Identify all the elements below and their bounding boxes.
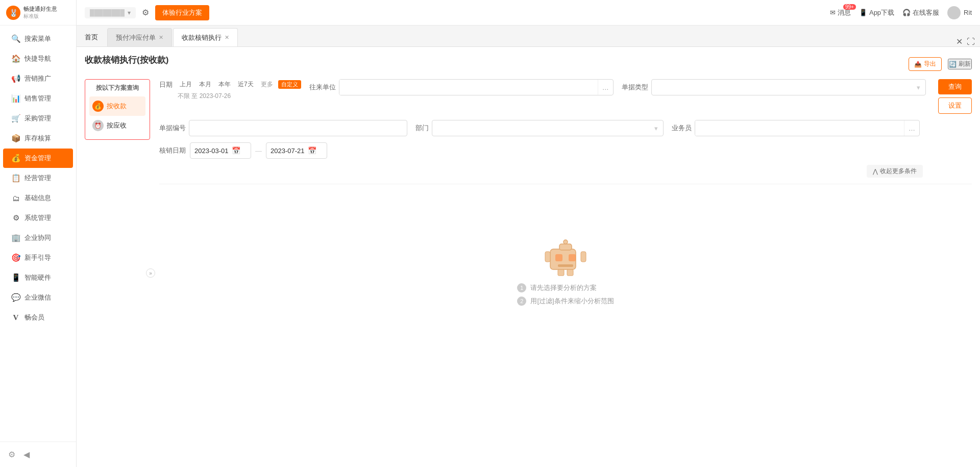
from-unit-input-wrapper: …	[339, 79, 614, 95]
tabs-actions: ✕ ⛶	[956, 37, 980, 46]
svg-rect-5	[581, 252, 586, 262]
date-field-group: 日期 上月 本月 本年 近7天 更多 自定义 不限 至 2023-07-26	[159, 79, 301, 101]
verify-date-start-value: 2023-03-01	[194, 147, 229, 155]
user-profile[interactable]: Rit	[947, 6, 972, 19]
staff-input[interactable]	[695, 120, 904, 136]
marketing-icon: 📢	[11, 74, 20, 83]
logo-edition: 标准版	[23, 13, 57, 20]
tab-prepay[interactable]: 预付冲应付单 ✕	[107, 28, 172, 46]
receipt-no-field: 单据编号	[159, 120, 407, 136]
message-icon: ✉	[830, 9, 836, 16]
svg-rect-7	[567, 269, 573, 276]
receivable-option-label: 按应收	[107, 121, 127, 130]
collapse-sidebar-icon[interactable]: ◀	[23, 450, 30, 459]
sidebar-item-smarthw[interactable]: 📱 智能硬件	[3, 268, 73, 287]
sidebar-label-smarthw: 智能硬件	[24, 273, 51, 282]
receipt-type-select[interactable]: ▾	[651, 79, 926, 95]
inventory-icon: 📦	[11, 134, 20, 143]
sidebar-label-finance: 资金管理	[24, 154, 51, 163]
empty-illustration	[540, 236, 591, 277]
sidebar-item-inventory[interactable]: 📦 库存核算	[3, 129, 73, 148]
sidebar-item-beginner[interactable]: 🎯 新手引导	[3, 248, 73, 267]
settings-bottom-icon[interactable]: ⚙	[8, 450, 15, 459]
message-badge[interactable]: ✉ 消息 99+	[830, 8, 851, 17]
sidebar-item-search-menu[interactable]: 🔍 搜索菜单	[3, 29, 73, 48]
sidebar-item-operations[interactable]: 📋 经营管理	[3, 168, 73, 188]
sidebar-item-sales[interactable]: 📊 销售管理	[3, 89, 73, 108]
query-option-receipt[interactable]: 💰 按收款	[89, 96, 145, 116]
empty-tips: 1 请先选择要分析的方案 2 用[过滤]条件来缩小分析范围	[517, 283, 614, 306]
tab-home-label: 首页	[85, 33, 98, 42]
query-action-buttons: 查询 设置	[938, 79, 972, 114]
sidebar-item-system[interactable]: ⚙ 系统管理	[3, 208, 73, 228]
sidebar-label-beginner: 新手引导	[24, 253, 51, 262]
dropdown-icon[interactable]: ▾	[128, 9, 131, 16]
brand-text: ████████	[90, 9, 125, 16]
date-shortcuts: 上月 本月 本年 近7天 更多 自定义	[178, 79, 301, 90]
tab-receipt-verify[interactable]: 收款核销执行 ✕	[173, 28, 238, 46]
headset-icon: 🎧	[902, 9, 911, 16]
sidebar-label-operations: 经营管理	[24, 174, 51, 183]
sidebar-item-vip[interactable]: V 畅会员	[3, 308, 73, 327]
sidebar-item-enterprise[interactable]: 🏢 企业协同	[3, 228, 73, 248]
page-header-actions: 📤 导出 🔄 刷新	[909, 57, 972, 71]
collapse-row: ⋀ 收起更多条件	[159, 165, 972, 178]
topbar-right: ✉ 消息 99+ 📱 App下载 🎧 在线客服 Rit	[830, 6, 972, 19]
verify-date-start-picker[interactable]: 2023-03-01 📅	[190, 142, 251, 159]
refresh-button[interactable]: 🔄 刷新	[948, 59, 972, 69]
from-unit-dots-icon[interactable]: …	[598, 80, 613, 95]
collapse-more-button[interactable]: ⋀ 收起更多条件	[867, 165, 923, 178]
receipt-option-label: 按收款	[107, 102, 127, 111]
chevron-up-icon: ⋀	[873, 168, 878, 175]
svg-rect-4	[545, 252, 550, 262]
tab-receipt-close-icon[interactable]: ✕	[225, 34, 229, 41]
empty-tip-1: 1 请先选择要分析的方案	[517, 283, 614, 292]
shortcut-this-year[interactable]: 本年	[216, 79, 233, 90]
receipt-type-field: 单据类型 ▾	[622, 79, 926, 95]
shortcut-this-month[interactable]: 本月	[197, 79, 213, 90]
query-option-receivable[interactable]: ⏰ 按应收	[89, 116, 145, 135]
shortcut-more[interactable]: 更多	[259, 79, 275, 90]
sidebar-item-purchase[interactable]: 🛒 采购管理	[3, 109, 73, 128]
tab-close-window-icon[interactable]: ✕	[956, 37, 963, 46]
logo-text-group: 畅捷通好生意 标准版	[23, 5, 57, 19]
staff-dots-icon[interactable]: …	[904, 120, 919, 136]
app-download-link[interactable]: 📱 App下载	[859, 8, 894, 17]
shortcut-last-month[interactable]: 上月	[178, 79, 194, 90]
industry-solution-button[interactable]: 体验行业方案	[155, 5, 209, 20]
settings-gear-icon[interactable]: ⚙	[142, 8, 149, 17]
from-unit-input[interactable]	[339, 80, 598, 95]
logo-icon: 🐰	[6, 6, 20, 20]
shortcut-7days[interactable]: 近7天	[236, 79, 256, 90]
body-area: 按以下方案查询 💰 按收款 ⏰ 按应收 »	[77, 74, 980, 467]
vip-icon: V	[11, 313, 20, 322]
system-icon: ⚙	[11, 213, 20, 223]
sidebar-item-wechat[interactable]: 💬 企业微信	[3, 288, 73, 307]
department-select[interactable]: ▾	[432, 120, 664, 136]
tab-home[interactable]: 首页	[77, 28, 106, 46]
online-service-link[interactable]: 🎧 在线客服	[902, 8, 939, 17]
export-button[interactable]: 📤 导出	[909, 57, 942, 71]
query-button[interactable]: 查询	[938, 79, 972, 94]
sidebar-item-marketing[interactable]: 📢 营销推广	[3, 69, 73, 88]
svg-rect-1	[555, 254, 562, 261]
sidebar-item-finance[interactable]: 💰 资金管理	[3, 149, 73, 168]
date-custom-tag[interactable]: 自定义	[278, 80, 301, 89]
sidebar-label-marketing: 营销推广	[24, 74, 51, 83]
receipt-option-icon: 💰	[92, 101, 104, 112]
receipt-no-input[interactable]	[189, 120, 407, 136]
sidebar-item-baseinfo[interactable]: 🗂 基础信息	[3, 188, 73, 208]
collapse-query-panel-icon[interactable]: »	[146, 268, 155, 278]
sales-icon: 📊	[11, 94, 20, 103]
wechat-icon: 💬	[11, 293, 20, 302]
setting-button[interactable]: 设置	[938, 97, 972, 114]
svg-rect-6	[558, 269, 564, 276]
avatar	[947, 6, 961, 19]
query-panel-title: 按以下方案查询	[89, 84, 145, 92]
receivable-option-icon: ⏰	[92, 120, 104, 131]
tab-expand-icon[interactable]: ⛶	[967, 37, 975, 46]
verify-date-end-picker[interactable]: 2023-07-21 📅	[266, 142, 327, 159]
date-hint: 不限 至 2023-07-26	[159, 92, 301, 101]
sidebar-item-quick-nav[interactable]: 🏠 快捷导航	[3, 49, 73, 68]
tab-prepay-close-icon[interactable]: ✕	[159, 34, 163, 41]
